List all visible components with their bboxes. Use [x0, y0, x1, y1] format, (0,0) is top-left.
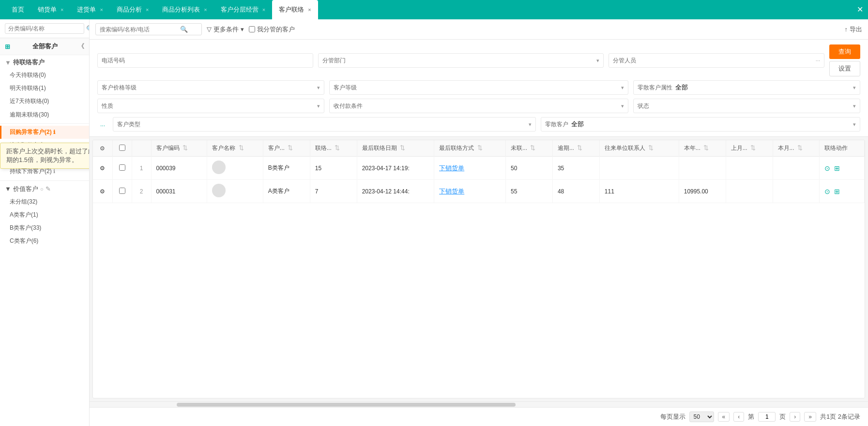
col-customer-name[interactable]: 客户名称 ⇅	[207, 140, 263, 157]
sidebar-item-tomorrow[interactable]: 明天待联络(1)	[0, 82, 89, 95]
sidebar-item-overdue[interactable]: 逾期未联络(30)	[0, 108, 89, 121]
department-dropdown-icon[interactable]: ▾	[596, 58, 599, 64]
next-page-button[interactable]: ›	[790, 412, 800, 422]
select-all-checkbox[interactable]	[119, 145, 125, 151]
export-button[interactable]: ↑ 导出	[845, 25, 863, 34]
settings-button[interactable]: 设置	[829, 61, 860, 76]
col-customer-code[interactable]: 客户编码 ⇅	[151, 140, 207, 157]
row-overdue: 48	[552, 180, 599, 203]
sidebar-item-7days[interactable]: 近7天待联络(0)	[0, 95, 89, 108]
filter-department[interactable]: 分管部门 ▾	[318, 53, 603, 68]
col-overdue[interactable]: 逾期... ⇅	[552, 140, 599, 157]
prev-page-button[interactable]: ‹	[733, 412, 744, 422]
more-filter-button[interactable]: ...	[97, 119, 108, 130]
value-customer-group[interactable]: ▼ 价值客户 ○ ✎	[0, 183, 89, 195]
close-sales-order-icon[interactable]: ×	[61, 0, 63, 19]
gender-dropdown-icon[interactable]: ▾	[317, 103, 320, 109]
sidebar-collapse-icon[interactable]: 《	[78, 42, 84, 51]
filter-phone[interactable]: 电话号码	[97, 53, 313, 68]
action-link-icon[interactable]: ⊙	[824, 164, 830, 172]
sidebar-item-b-class[interactable]: B类客户(33)	[0, 221, 89, 235]
last-page-button[interactable]: »	[804, 412, 816, 422]
row-last-contact-method[interactable]: 下销货单	[434, 180, 506, 203]
col-settings[interactable]: ⚙	[93, 140, 112, 157]
per-page-select[interactable]: 50 100 200	[689, 411, 714, 422]
close-purchase-order-icon[interactable]: ×	[100, 0, 103, 19]
row-name[interactable]	[207, 157, 263, 180]
col-unit-contact[interactable]: 往来单位联系人 ⇅	[599, 140, 679, 157]
filter-manager[interactable]: 分管人员 ···	[609, 53, 824, 68]
filter-customer-type[interactable]: 客户类型 ▾	[113, 117, 536, 132]
search-input[interactable]	[100, 26, 177, 33]
customer-type-dropdown-icon[interactable]: ▾	[529, 121, 532, 128]
phone-input[interactable]	[128, 57, 309, 64]
nav-customer-stratification[interactable]: 客户分层经营 ×	[214, 0, 272, 19]
col-customer-category[interactable]: 客户... ⇅	[263, 140, 310, 157]
action-link-icon[interactable]: ⊙	[824, 188, 830, 195]
col-unread[interactable]: 未联... ⇅	[506, 140, 553, 157]
my-customers-checkbox[interactable]: 我分管的客户	[249, 25, 295, 34]
edit-icon-2[interactable]: ✎	[46, 185, 51, 192]
filter-payment[interactable]: 收付款条件 ▾	[329, 99, 629, 113]
payment-dropdown-icon[interactable]: ▾	[621, 103, 624, 109]
col-this-year[interactable]: 本年... ⇅	[679, 140, 726, 157]
action-grid-icon[interactable]: ⊞	[834, 188, 840, 195]
nav-customer-contact[interactable]: 客户联络 ×	[272, 0, 318, 19]
close-product-analysis-icon[interactable]: ×	[146, 0, 149, 19]
search-icon[interactable]: 🔍	[180, 26, 188, 33]
row-last-contact-method[interactable]: 下销货单	[434, 157, 506, 180]
sidebar-item-c-class[interactable]: C类客户(6)	[0, 235, 89, 248]
scrollbar-thumb[interactable]	[177, 403, 516, 407]
col-checkbox[interactable]	[112, 140, 132, 157]
col-last-month[interactable]: 上月... ⇅	[726, 140, 773, 157]
customer-level-dropdown-icon[interactable]: ▾	[621, 85, 624, 91]
manager-more-icon[interactable]: ···	[816, 58, 820, 63]
retail-attr-dropdown-icon[interactable]: ▾	[853, 85, 856, 91]
sidebar-item-today[interactable]: 今天待联络(0)	[0, 69, 89, 82]
edit-icon[interactable]: ○	[40, 186, 44, 192]
price-level-dropdown-icon[interactable]: ▾	[317, 85, 320, 91]
status-dropdown-icon[interactable]: ▾	[853, 103, 856, 109]
row-checkbox[interactable]	[112, 157, 132, 180]
sidebar-item-abnormal-repurchase[interactable]: 回购异常客户(2) ℹ	[0, 126, 89, 139]
sidebar-item-a-class[interactable]: A类客户(1)	[0, 208, 89, 221]
row-settings-icon[interactable]: ⚙	[93, 180, 112, 203]
horizontal-scrollbar[interactable]	[90, 401, 868, 407]
close-customer-stratification-icon[interactable]: ×	[262, 0, 265, 19]
filter-gender[interactable]: 性质 ▾	[97, 99, 324, 113]
close-customer-contact-icon[interactable]: ×	[308, 0, 311, 19]
sidebar-search-icon[interactable]: 🔍	[86, 25, 90, 32]
retail-customer-dropdown-icon[interactable]: ▾	[853, 121, 856, 128]
filter-retail-customer[interactable]: 零散客户 全部 ▾	[541, 117, 860, 132]
nav-product-analysis[interactable]: 商品分析 ×	[110, 0, 155, 19]
my-customers-check[interactable]	[249, 26, 255, 32]
sidebar-divider-2	[0, 180, 89, 181]
close-product-analysis-list-icon[interactable]: ×	[204, 0, 207, 19]
row-name[interactable]	[207, 180, 263, 203]
all-customers-title[interactable]: ⊞ 全部客户 《	[0, 38, 89, 55]
action-grid-icon[interactable]: ⊞	[834, 164, 840, 172]
query-button[interactable]: 查询	[829, 44, 860, 59]
filter-status[interactable]: 状态 ▾	[633, 99, 860, 113]
sidebar-search-input[interactable]	[5, 23, 84, 34]
page-number-input[interactable]	[758, 412, 776, 422]
window-close-button[interactable]: ✕	[857, 5, 863, 14]
nav-product-analysis-list[interactable]: 商品分析列表 ×	[155, 0, 213, 19]
col-this-month[interactable]: 本月... ⇅	[773, 140, 820, 157]
sidebar-item-ungrouped[interactable]: 未分组(32)	[0, 195, 89, 208]
nav-home[interactable]: 首页	[5, 0, 31, 19]
nav-purchase-order[interactable]: 进货单 ×	[70, 0, 109, 19]
filter-price-level[interactable]: 客户价格等级 ▾	[97, 80, 324, 95]
pending-contact-group[interactable]: ▼ 待联络客户	[0, 55, 89, 69]
col-last-contact-date[interactable]: 最后联络日期 ⇅	[357, 140, 434, 157]
filter-customer-level[interactable]: 客户等级 ▾	[329, 80, 629, 95]
more-conditions-button[interactable]: ▽ 更多条件 ▾	[207, 25, 244, 34]
avatar	[212, 161, 226, 174]
row-checkbox[interactable]	[112, 180, 132, 203]
row-settings-icon[interactable]: ⚙	[93, 157, 112, 180]
col-last-contact-method[interactable]: 最后联络方式 ⇅	[434, 140, 506, 157]
col-contacts[interactable]: 联络... ⇅	[310, 140, 357, 157]
filter-retail-attr[interactable]: 零散客户属性 全部 ▾	[633, 80, 860, 95]
first-page-button[interactable]: «	[718, 412, 730, 422]
nav-sales-order[interactable]: 销货单 ×	[31, 0, 70, 19]
